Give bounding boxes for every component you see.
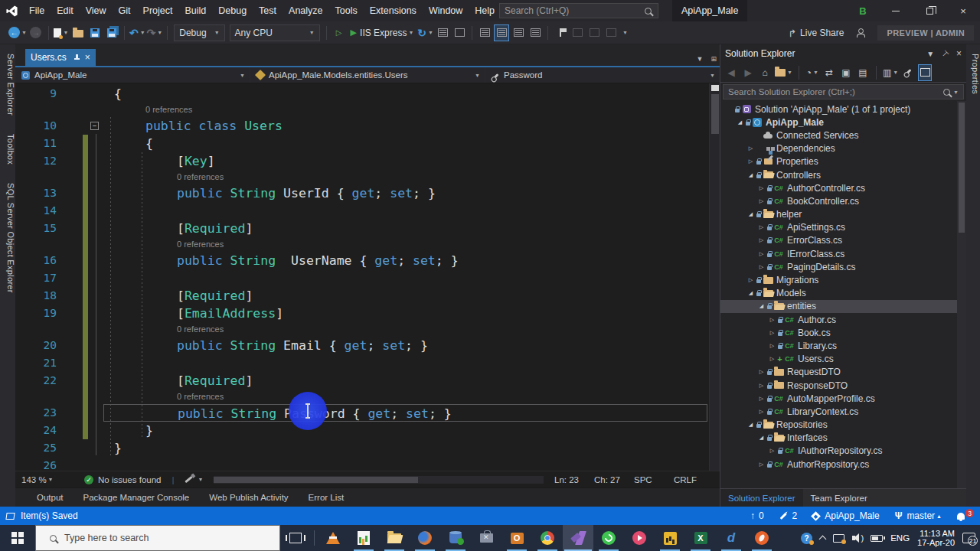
expander-icon[interactable]: ▷	[746, 158, 755, 165]
expander-icon[interactable]: ◢	[757, 303, 766, 309]
pin-panel-icon[interactable]: ⊤	[940, 48, 951, 59]
start-without-debugging-button[interactable]: ▷	[332, 24, 347, 41]
comment-selection-icon[interactable]	[494, 24, 509, 41]
se-forward-icon[interactable]: ▶	[741, 64, 755, 81]
action-center-icon[interactable]: 21	[962, 533, 975, 543]
menu-extensions[interactable]: Extensions	[364, 0, 423, 21]
current-branch[interactable]: Ψmaster▲	[887, 507, 949, 525]
space-indicator[interactable]: SPC	[634, 475, 674, 484]
language-indicator[interactable]: ENG	[890, 533, 910, 543]
side-tab-properties[interactable]: Properties	[966, 46, 980, 102]
expander-icon[interactable]: ▷	[757, 409, 766, 415]
save-all-button[interactable]	[104, 24, 119, 41]
window-position-icon[interactable]: ▼	[926, 50, 934, 58]
live-share-button[interactable]: ↱ Live Share	[788, 28, 844, 39]
solution-configuration-dropdown[interactable]: Debug▼	[174, 24, 224, 41]
tree-item-ierrorclass-cs[interactable]: ▷C#IErrorClass.cs	[720, 247, 966, 260]
codelens-references[interactable]: 0 references	[177, 170, 224, 184]
help-tray-icon[interactable]: ?	[801, 533, 812, 544]
navigate-back-button[interactable]: ←▼	[8, 24, 27, 41]
save-button[interactable]	[87, 24, 103, 41]
tree-item-helper[interactable]: ◢helper	[720, 208, 966, 221]
pending-changes-count[interactable]: 2	[772, 507, 805, 525]
code-cleanup-icon[interactable]	[185, 476, 193, 483]
expander-icon[interactable]: ▷	[746, 277, 755, 283]
collapse-all-icon[interactable]: ▣	[839, 64, 853, 81]
code-line[interactable]: 19[EmailAddress]	[15, 305, 709, 322]
code-line[interactable]: 9{	[15, 85, 709, 103]
tree-item-users-cs[interactable]: ▷+C#Users.cs	[720, 353, 966, 366]
redo-button[interactable]: ↷▼	[147, 24, 163, 41]
solution-tree-scrollbar[interactable]	[957, 101, 966, 488]
expander-icon[interactable]: ▷	[768, 330, 776, 336]
expander-icon[interactable]: ▷	[757, 251, 766, 257]
code-line[interactable]: 26	[15, 457, 709, 471]
taskbar-app-chrome[interactable]	[532, 525, 563, 551]
taskbar-app-file-explorer[interactable]	[379, 525, 410, 551]
side-tab-server-explorer[interactable]: Server Explorer	[0, 46, 15, 123]
code-line[interactable]: 22[Required]	[15, 372, 709, 390]
menu-help[interactable]: Help	[469, 0, 501, 21]
tree-item-apisettings-cs[interactable]: ▷C#ApiSettings.cs	[720, 221, 966, 234]
expander-icon[interactable]: ◢	[746, 211, 755, 217]
breadcrumb-type[interactable]: ApiApp_Male.Models.entities.Users▼	[250, 67, 485, 83]
volume-icon[interactable]: )	[852, 533, 863, 543]
menu-window[interactable]: Window	[423, 0, 469, 21]
clock[interactable]: 11:13 AM 17-Apr-20	[917, 529, 955, 548]
tree-item-bookcontroller-cs[interactable]: ▷C#BookController.cs	[720, 194, 966, 207]
codelens-references[interactable]: 0 references	[177, 390, 224, 404]
prev-bookmark-icon[interactable]	[570, 24, 585, 41]
expander-icon[interactable]: ▷	[757, 224, 766, 230]
taskbar-app-task-view[interactable]	[280, 525, 311, 551]
expander-icon[interactable]: ▷	[757, 264, 766, 270]
pc-status-icon[interactable]	[833, 534, 844, 543]
tree-item-errorclass-cs[interactable]: ▷C#ErrorClass.cs	[720, 234, 966, 247]
tree-item-responsedto[interactable]: ▷ResponseDTO	[720, 379, 966, 392]
toggle-comment-icon[interactable]	[477, 24, 492, 41]
expander-icon[interactable]: ▷	[757, 396, 766, 402]
tree-item-librarycontext-cs[interactable]: ▷C#LibraryContext.cs	[720, 405, 966, 418]
clear-bookmarks-icon[interactable]	[603, 24, 619, 41]
tree-item-library-cs[interactable]: ▷C#Library.cs	[720, 339, 966, 352]
taskbar-app-ssms[interactable]	[440, 525, 471, 551]
view-code-icon[interactable]: ▥▼	[883, 64, 898, 81]
tree-item-entities[interactable]: ◢entities	[720, 300, 966, 313]
account-avatar[interactable]: B	[854, 0, 872, 21]
code-line[interactable]: 25}	[15, 439, 709, 457]
expander-icon[interactable]: ▷	[757, 369, 766, 375]
se-back-icon[interactable]: ◀	[724, 64, 738, 81]
expander-icon[interactable]: ▷	[768, 356, 776, 362]
current-repository[interactable]: ApiApp_Male	[805, 507, 887, 525]
pin-tab-icon[interactable]	[74, 54, 80, 60]
solution-search[interactable]: Search Solution Explorer (Ctrl+;) ▼	[720, 83, 966, 101]
live-unit-testing-button[interactable]	[452, 24, 467, 41]
tree-item-dependencies[interactable]: ▷Dependencies	[720, 142, 966, 155]
tree-item-automapperprofile-cs[interactable]: ▷C#AutoMapperProfile.cs	[720, 392, 966, 405]
feedback-icon[interactable]	[856, 28, 865, 37]
taskbar-app-report[interactable]	[348, 525, 379, 551]
collapse-region-icon[interactable]: −	[90, 122, 99, 130]
code-line[interactable]: 16public String UserName { get; set; }	[15, 252, 709, 269]
start-debugging-button[interactable]: ▶IIS Express▼	[351, 28, 414, 38]
expander-icon[interactable]: ▷	[746, 145, 755, 152]
taskbar-app-whatsapp[interactable]	[593, 525, 624, 551]
tree-item-migrations[interactable]: ▷Migrations	[720, 273, 966, 286]
codelens-row[interactable]: 0 references	[15, 390, 709, 404]
tree-item-models[interactable]: ◢Models	[720, 287, 966, 300]
panel-tab-output[interactable]: Output	[37, 493, 64, 502]
close-panel-icon[interactable]: ×	[956, 48, 962, 59]
horizontal-scrollbar[interactable]	[214, 476, 544, 484]
start-button[interactable]	[0, 525, 35, 551]
taskbar-app-toolbox[interactable]	[471, 525, 501, 551]
restore-button[interactable]	[913, 0, 946, 21]
bookmark-icon[interactable]	[553, 24, 568, 41]
taskbar-app-visual-studio[interactable]	[563, 525, 593, 551]
next-bookmark-icon[interactable]	[586, 24, 602, 41]
menu-file[interactable]: File	[23, 0, 51, 21]
tree-item-solution-apiapp-male-1-of-1-project[interactable]: Solution 'ApiApp_Male' (1 of 1 project)	[720, 103, 966, 116]
minimize-button[interactable]	[879, 0, 913, 21]
show-all-files-icon[interactable]: ▤	[856, 64, 870, 81]
expander-icon[interactable]: ▷	[757, 237, 766, 243]
breadcrumb-project[interactable]: ApiApp_Male▼	[15, 67, 250, 83]
new-file-button[interactable]: ▼	[54, 24, 69, 41]
